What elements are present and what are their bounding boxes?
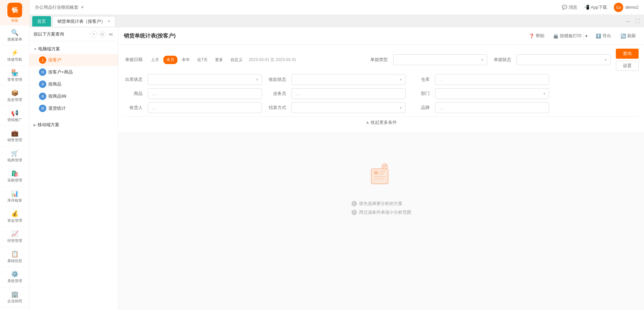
sidebar-item-system-label: 系统管理 <box>7 278 22 283</box>
collapse-more-btn[interactable]: ∧ 收起更多条件 <box>124 116 639 128</box>
system-icon: ⚙️ <box>11 270 18 278</box>
empty-tip-item-1: 1 请先选择要分析的方案 <box>352 199 411 208</box>
tab-home-label: 首页 <box>37 18 46 24</box>
sidebar-item-ecommerce[interactable]: 🛒 电商管理 <box>0 146 29 166</box>
empty-state-image <box>361 154 401 194</box>
tab-minimize-btn[interactable]: — <box>624 17 632 25</box>
empty-tip-item-2: 2 用过滤条件来缩小分析范围 <box>352 208 411 217</box>
content-wrapper: 按以下方案查询 + ⊙ ≪ ▼ 电脑端方案 人 按客户 组 按客户 <box>30 28 644 310</box>
tree-item-return[interactable]: 图 退货统计 <box>30 102 118 114</box>
sidebar-item-basic[interactable]: 📋 基础信息 <box>0 247 29 267</box>
ship-status-label: 出库状态 <box>124 76 143 83</box>
sidebar: 畅 标版 🔍 搜索菜单 ⚡ 快捷导航 🏪 零售管理 📦 批发管理 📢 营销推广 … <box>0 0 30 310</box>
tree-arrow-mobile: ▶ <box>34 123 36 127</box>
add-scheme-btn[interactable]: + <box>91 31 97 38</box>
print-btn[interactable]: 🖨️ 按模板打印 <box>551 32 584 40</box>
tab-expand-area: — ⛶ <box>624 17 641 25</box>
filter-row-goods: 商品 … 业务员 … 部门 ▾ <box>124 88 639 99</box>
sidebar-item-quicknav[interactable]: ⚡ 快捷导航 <box>0 46 29 66</box>
sidebar-item-inventory[interactable]: 📊 库存核算 <box>0 187 29 207</box>
industry-name: 办公用品行业模拟账套 <box>35 4 78 10</box>
logo-area: 畅 标版 <box>0 0 29 25</box>
sidebar-item-retail[interactable]: 🏪 零售管理 <box>0 66 29 86</box>
tree-item-customer-goods[interactable]: 组 按客户+商品 <box>30 66 118 78</box>
app-download-btn[interactable]: 📲 App下载 <box>584 4 607 10</box>
tree-item-return-icon: 图 <box>39 105 46 112</box>
sidebar-item-sales-label: 销售管理 <box>7 138 22 143</box>
ship-status-select[interactable]: ▾ <box>148 74 262 85</box>
doc-status-select[interactable]: ▾ <box>517 54 610 65</box>
download-icon: 📲 <box>584 5 589 10</box>
sidebar-item-operations-label: 经营管理 <box>7 238 22 243</box>
right-content: 销货单统计表(按客户) ❓ 帮助 🖨️ 按模板打印 ▾ ⬆️ <box>118 28 644 310</box>
sidebar-item-system[interactable]: ⚙️ 系统管理 <box>0 267 29 287</box>
sidebar-item-operations[interactable]: 📈 经营管理 <box>0 227 29 247</box>
sidebar-item-search[interactable]: 🔍 搜索菜单 <box>0 25 29 46</box>
consignee-select[interactable]: … <box>148 102 262 113</box>
edit-scheme-btn[interactable]: ⊙ <box>99 31 106 38</box>
refresh-btn[interactable]: 🔄 刷新 <box>618 32 639 40</box>
svg-rect-1 <box>374 171 378 174</box>
date-tab-7days[interactable]: 近7天 <box>194 56 211 64</box>
sidebar-item-enterprise[interactable]: 🏢 企业协同 <box>0 287 29 307</box>
sidebar-nav: 🔍 搜索菜单 ⚡ 快捷导航 🏪 零售管理 📦 批发管理 📢 营销推广 💼 销售管… <box>0 25 29 310</box>
print-arrow-btn[interactable]: ▾ <box>584 32 589 40</box>
sidebar-item-marketing[interactable]: 📢 营销推广 <box>0 106 29 126</box>
payment-status-arrow: ▾ <box>400 78 402 82</box>
page-actions: ❓ 帮助 🖨️ 按模板打印 ▾ ⬆️ 导出 <box>526 32 639 40</box>
avatar: Ea <box>614 3 623 12</box>
tree-item-customer[interactable]: 人 按客户 <box>30 54 118 66</box>
date-tab-custom[interactable]: 自定义 <box>227 56 246 64</box>
tab-close-btn[interactable]: ✕ <box>107 19 110 23</box>
search-icon: 🔍 <box>11 29 18 36</box>
goods-select[interactable]: … <box>148 88 262 99</box>
date-tab-thismonth[interactable]: 本月 <box>163 56 177 64</box>
doc-type-select[interactable]: ▾ <box>393 54 487 65</box>
filter-row-date: 单据日期 上月 本月 本年 近7天 更多 自定义 2023-03-01 至 20… <box>124 49 639 71</box>
top-header: 办公用品行业模拟账套 ▾ 💬 消息 📲 App下载 Ea demo2 <box>30 0 644 15</box>
tree-item-customer-goods-icon: 组 <box>39 68 46 76</box>
help-btn[interactable]: ❓ 帮助 <box>526 32 547 40</box>
export-btn[interactable]: ⬆️ 导出 <box>593 32 614 40</box>
sidebar-item-finance[interactable]: 💰 资金管理 <box>0 207 29 227</box>
date-tab-lastmonth[interactable]: 上月 <box>148 56 162 64</box>
settings-btn[interactable]: 设置 <box>616 61 639 71</box>
query-btn[interactable]: 查询 <box>616 49 639 59</box>
date-tab-thisyear[interactable]: 本年 <box>179 56 193 64</box>
warehouse-select[interactable]: … <box>435 74 549 85</box>
sidebar-item-newuser[interactable]: 🌱 新手引导 <box>0 307 29 310</box>
collapse-panel-btn[interactable]: ≪ <box>107 31 114 38</box>
user-area[interactable]: Ea demo2 <box>614 3 639 12</box>
brand-select[interactable]: … <box>435 102 549 113</box>
tab-home[interactable]: 首页 <box>32 16 51 27</box>
tab-sales-stats[interactable]: 销货单统计表（按客户） ✕ <box>52 16 115 27</box>
tree-item-goods-icon: 表 <box>39 81 46 88</box>
salesman-label: 业务员 <box>267 91 286 97</box>
tree-item-goods99-label: 按商品99 <box>48 93 66 99</box>
ecommerce-icon: 🛒 <box>11 150 18 157</box>
sidebar-item-sales[interactable]: 💼 销售管理 <box>0 126 29 146</box>
dept-select[interactable]: ▾ <box>435 88 549 99</box>
doc-type-label: 单据类型 <box>369 57 388 63</box>
salesman-select[interactable]: … <box>291 88 406 99</box>
message-btn[interactable]: 💬 消息 <box>562 4 577 10</box>
sidebar-item-purchase[interactable]: 🛍️ 采购管理 <box>0 166 29 187</box>
tree-item-goods99[interactable]: 表 按商品99 <box>30 90 118 102</box>
payment-status-select[interactable]: ▾ <box>291 74 406 85</box>
settle-select[interactable]: ▾ <box>291 102 406 113</box>
tree-item-goods[interactable]: 表 按商品 <box>30 78 118 90</box>
tree-section-mobile-header[interactable]: ▶ 移动端方案 <box>30 120 118 130</box>
tree-section-pc-header[interactable]: ▼ 电脑端方案 <box>30 44 118 54</box>
help-icon: ❓ <box>529 34 534 39</box>
dropdown-arrow[interactable]: ▾ <box>81 5 84 10</box>
left-panel-header: 按以下方案查询 + ⊙ ≪ <box>30 28 118 41</box>
sidebar-item-wholesale[interactable]: 📦 批发管理 <box>0 86 29 106</box>
date-tab-more[interactable]: 更多 <box>212 56 226 64</box>
export-icon: ⬆️ <box>596 34 601 39</box>
settle-arrow: ▾ <box>400 106 402 110</box>
sidebar-item-purchase-label: 采购管理 <box>7 178 22 183</box>
tab-maximize-btn[interactable]: ⛶ <box>633 17 641 25</box>
svg-rect-5 <box>374 178 383 179</box>
tree-item-goods-label: 按商品 <box>48 81 61 87</box>
filter-row-consignee: 收货人 … 结算方式 ▾ 品牌 … <box>124 102 639 113</box>
